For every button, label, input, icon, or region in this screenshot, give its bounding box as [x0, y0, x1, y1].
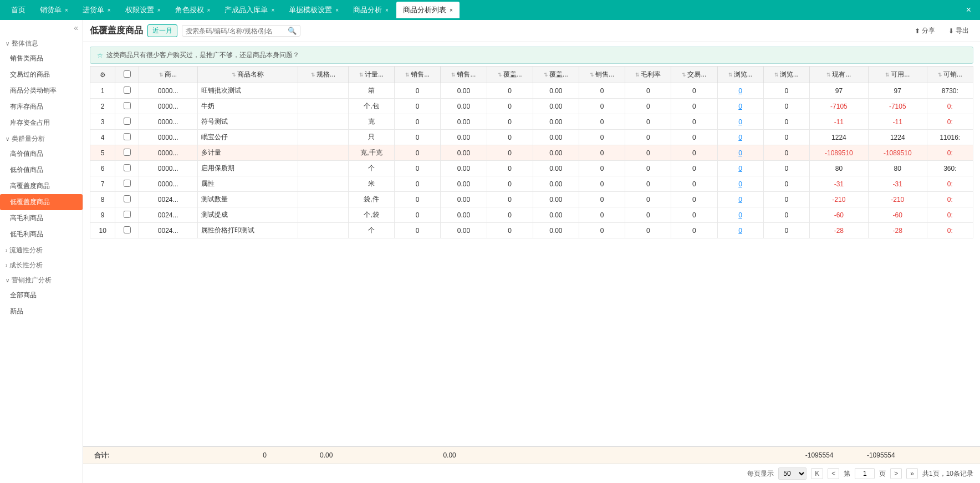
nav-template-settings[interactable]: 单据模板设置 × [282, 2, 345, 18]
close-icon[interactable]: × [385, 7, 389, 13]
row-checkbox[interactable] [115, 223, 139, 238]
sidebar-item-high-coverage[interactable]: 高覆盖度商品 [0, 178, 83, 194]
export-button[interactable]: ⬇ 导出 [944, 24, 973, 37]
row-checkbox[interactable] [115, 114, 139, 130]
next-page-button[interactable]: > [890, 468, 902, 479]
sort-icon[interactable]: ⇅ [885, 72, 890, 78]
sidebar-item-low-value[interactable]: 低价值商品 [0, 162, 83, 178]
row-select-checkbox[interactable] [124, 87, 131, 94]
page-input[interactable] [855, 468, 875, 479]
close-icon[interactable]: × [271, 7, 274, 13]
select-all-checkbox[interactable] [124, 70, 131, 78]
sort-icon[interactable]: ⇅ [682, 72, 686, 78]
sort-icon[interactable]: ⇅ [451, 72, 456, 78]
nav-sales-order[interactable]: 销货单 × [33, 2, 75, 18]
row-select-checkbox[interactable] [124, 149, 131, 156]
row-name[interactable]: 符号测试 [197, 114, 298, 130]
row-checkbox[interactable] [115, 130, 139, 145]
sidebar-item-in-stock[interactable]: 有库存商品 [0, 99, 83, 115]
row-name[interactable]: 多计量 [197, 145, 298, 161]
sidebar-group-circulation[interactable]: › 流通性分析 [0, 242, 83, 257]
sort-icon[interactable]: ⇅ [774, 72, 779, 78]
sort-icon[interactable]: ⇅ [359, 72, 364, 78]
sidebar-group-growth[interactable]: › 成长性分析 [0, 257, 83, 272]
row-name[interactable]: 启用保质期 [197, 161, 298, 176]
sort-icon[interactable]: ⇅ [232, 72, 236, 78]
row-name[interactable]: 测试提成 [197, 207, 298, 223]
row-select-checkbox[interactable] [124, 133, 131, 140]
row-browse1[interactable]: 0 [717, 223, 763, 238]
sort-icon[interactable]: ⇅ [826, 72, 831, 78]
nav-purchase-order[interactable]: 进货单 × [76, 2, 118, 18]
close-icon[interactable]: × [65, 7, 68, 13]
sidebar-item-category-turnover[interactable]: 商品分类动销率 [0, 83, 83, 99]
row-select-checkbox[interactable] [124, 226, 131, 233]
last-page-button[interactable]: » [906, 468, 918, 479]
nav-role-auth[interactable]: 角色授权 × [169, 2, 217, 18]
sidebar-group-cluster[interactable]: ∨ 类群量分析 [0, 131, 83, 146]
row-checkbox[interactable] [115, 207, 139, 223]
time-filter-button[interactable]: 近一月 [147, 24, 177, 37]
sidebar-item-low-coverage[interactable]: 低覆盖度商品 [0, 194, 83, 210]
row-browse1[interactable]: 0 [717, 176, 763, 192]
first-page-button[interactable]: K [811, 468, 823, 479]
row-browse1[interactable]: 0 [717, 130, 763, 145]
row-browse1[interactable]: 0 [717, 114, 763, 130]
settings-icon[interactable]: ⚙ [100, 71, 106, 79]
row-select-checkbox[interactable] [124, 164, 131, 171]
search-icon[interactable]: 🔍 [288, 27, 297, 35]
col-settings[interactable]: ⚙ [90, 67, 115, 83]
close-icon[interactable]: × [157, 7, 161, 13]
row-browse1[interactable]: 0 [717, 207, 763, 223]
sidebar-item-traded-goods[interactable]: 交易过的商品 [0, 67, 83, 83]
sort-icon[interactable]: ⇅ [728, 72, 733, 78]
sidebar-group-marketing[interactable]: ∨ 营销推广分析 [0, 272, 83, 287]
sort-icon[interactable]: ⇅ [938, 72, 942, 78]
row-checkbox[interactable] [115, 176, 139, 192]
nav-finished-goods[interactable]: 产成品入库单 × [218, 2, 281, 18]
row-browse1[interactable]: 0 [717, 83, 763, 99]
row-browse1[interactable]: 0 [717, 161, 763, 176]
sidebar-item-inventory-capital[interactable]: 库存资金占用 [0, 115, 83, 131]
row-select-checkbox[interactable] [124, 195, 131, 202]
close-icon[interactable]: × [450, 7, 453, 13]
col-checkbox[interactable] [115, 67, 139, 83]
row-browse1[interactable]: 0 [717, 99, 763, 114]
search-input[interactable] [186, 27, 285, 35]
close-icon[interactable]: × [335, 7, 339, 13]
row-select-checkbox[interactable] [124, 102, 131, 109]
row-select-checkbox[interactable] [124, 211, 131, 218]
sidebar-group-overall[interactable]: ∨ 整体信息 [0, 35, 83, 50]
row-browse1[interactable]: 0 [717, 145, 763, 161]
nav-home[interactable]: 首页 [4, 2, 32, 18]
sidebar-collapse-button[interactable]: « [0, 20, 83, 35]
row-checkbox[interactable] [115, 99, 139, 114]
row-select-checkbox[interactable] [124, 118, 131, 125]
per-page-select[interactable]: 50 10 20 100 [778, 467, 807, 480]
row-checkbox[interactable] [115, 192, 139, 207]
row-name[interactable]: 眠宝公仔 [197, 130, 298, 145]
close-icon[interactable]: × [108, 7, 111, 13]
window-close-button[interactable]: × [962, 3, 976, 17]
sort-icon[interactable]: ⇅ [311, 72, 315, 78]
sort-icon[interactable]: ⇅ [590, 72, 594, 78]
sidebar-item-new-goods[interactable]: 新品 [0, 303, 83, 319]
row-name[interactable]: 属性 [197, 176, 298, 192]
row-name[interactable]: 旺铺批次测试 [197, 83, 298, 99]
sidebar-item-sales-goods[interactable]: 销售类商品 [0, 50, 83, 67]
sidebar-item-high-margin[interactable]: 高毛利商品 [0, 210, 83, 226]
sort-icon[interactable]: ⇅ [544, 72, 548, 78]
sidebar-item-high-value[interactable]: 高价值商品 [0, 146, 83, 162]
row-name[interactable]: 属性价格打印测试 [197, 223, 298, 238]
row-browse1[interactable]: 0 [717, 192, 763, 207]
row-name[interactable]: 测试数量 [197, 192, 298, 207]
row-checkbox[interactable] [115, 161, 139, 176]
close-icon[interactable]: × [207, 7, 211, 13]
sort-icon[interactable]: ⇅ [405, 72, 410, 78]
nav-product-analysis[interactable]: 商品分析 × [346, 2, 395, 18]
share-button[interactable]: ⬆ 分享 [910, 24, 940, 37]
row-checkbox[interactable] [115, 83, 139, 99]
sidebar-item-all-goods[interactable]: 全部商品 [0, 287, 83, 303]
row-select-checkbox[interactable] [124, 180, 131, 187]
nav-permission-settings[interactable]: 权限设置 × [119, 2, 167, 18]
